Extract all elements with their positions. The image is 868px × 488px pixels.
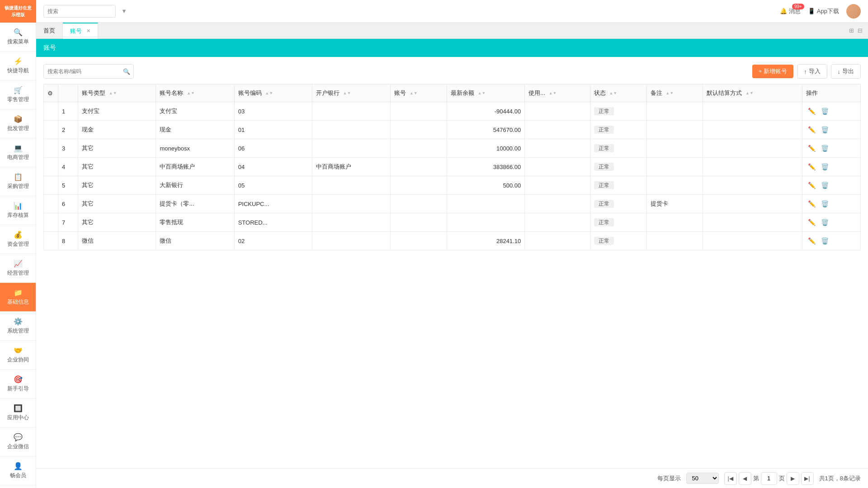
cell-code: STORED... [234, 213, 312, 232]
cell-usage [525, 232, 590, 250]
sort-name-icon: ▲▼ [187, 91, 195, 95]
col-usage[interactable]: 使用... ▲▼ [525, 84, 590, 102]
page-size-select[interactable]: 50 100 200 [686, 473, 719, 484]
sidebar-item-finance-mgmt[interactable]: 💰 资金管理 [0, 225, 36, 254]
cell-status: 正常 [590, 121, 646, 139]
logo-line2: 乐橙版 [5, 12, 32, 18]
cell-notes [646, 213, 703, 232]
delete-button[interactable]: 🗑️ [819, 162, 830, 171]
col-balance[interactable]: 最新余额 ▲▼ [447, 84, 524, 102]
page-suffix: 页 [779, 474, 785, 483]
cell-usage [525, 176, 590, 195]
app-download-button[interactable]: 📱 App下载 [808, 7, 839, 15]
edit-button[interactable]: ✏️ [806, 107, 817, 116]
cell-balance: 383866.00 [447, 158, 524, 176]
search-input[interactable] [43, 64, 134, 79]
cell-balance [447, 213, 524, 232]
next-page-button[interactable]: ▶ [787, 472, 799, 485]
prev-page-button[interactable]: ◀ [739, 472, 751, 485]
page-number-input[interactable] [761, 472, 777, 485]
col-type[interactable]: 账号类型 ▲▼ [78, 84, 156, 102]
delete-button[interactable]: 🗑️ [819, 236, 830, 245]
table-row: 5 其它 大新银行 05 500.00 正常 ✏️ 🗑️ [44, 176, 861, 195]
sidebar-item-member[interactable]: 👤 畅会员 [0, 456, 36, 485]
app-center-icon: 🔲 [2, 404, 34, 413]
delete-button[interactable]: 🗑️ [819, 144, 830, 153]
sort-settle-icon: ▲▼ [745, 91, 754, 95]
delete-button[interactable]: 🗑️ [819, 181, 830, 190]
sidebar-item-search-menu[interactable]: 🔍 搜索菜单 [0, 23, 36, 52]
sidebar-item-new-guide[interactable]: 🎯 新手引导 [0, 370, 36, 399]
export-icon: ↓ [838, 68, 841, 75]
cell-index: 1 [58, 102, 78, 121]
last-page-button[interactable]: ▶| [801, 472, 814, 485]
cell-default-settle [703, 102, 802, 121]
table-header-row: ⚙ 账号类型 ▲▼ 账号名称 ▲▼ 账号编码 ▲▼ [44, 84, 861, 102]
sidebar-item-ecommerce-mgmt[interactable]: 💻 电商管理 [0, 138, 36, 167]
export-button[interactable]: ↓ 导出 [831, 64, 861, 79]
add-account-button[interactable]: + 新增账号 [752, 65, 793, 78]
import-button[interactable]: ↑ 导入 [797, 64, 827, 79]
tab-account[interactable]: 账号 ✕ [63, 23, 98, 39]
tab-expand-area: ⊞ ⊟ [840, 27, 868, 34]
wholesale-icon: 📦 [2, 115, 34, 123]
delete-button[interactable]: 🗑️ [819, 125, 830, 134]
delete-button[interactable]: 🗑️ [819, 199, 830, 208]
top-search-input[interactable] [43, 5, 116, 18]
col-status[interactable]: 状态 ▲▼ [590, 84, 646, 102]
search-icon[interactable]: 🔍 [123, 68, 130, 75]
edit-button[interactable]: ✏️ [806, 144, 817, 153]
expand-icon[interactable]: ⊞ [849, 27, 854, 34]
col-name[interactable]: 账号名称 ▲▼ [156, 84, 234, 102]
sidebar-item-inventory[interactable]: 📊 库存核算 [0, 196, 36, 225]
header-right: 🔔 消息 99+ 📱 App下载 [780, 4, 861, 19]
message-button[interactable]: 🔔 消息 99+ [780, 7, 801, 15]
cell-type: 其它 [78, 176, 156, 195]
tab-close-icon[interactable]: ✕ [86, 28, 90, 34]
col-code[interactable]: 账号编码 ▲▼ [234, 84, 312, 102]
sidebar-item-app-center[interactable]: 🔲 应用中心 [0, 399, 36, 427]
edit-button[interactable]: ✏️ [806, 236, 817, 245]
sidebar-item-label-inventory: 库存核算 [2, 211, 34, 219]
cell-default-settle [703, 232, 802, 250]
quick-nav-icon: ⚡ [2, 57, 34, 66]
sort-status-icon: ▲▼ [609, 91, 617, 95]
edit-button[interactable]: ✏️ [806, 125, 817, 134]
sidebar-item-sys-mgmt[interactable]: ⚙️ 系统管理 [0, 312, 36, 341]
cell-account [391, 102, 447, 121]
sidebar-item-enterprise-wechat[interactable]: 💬 企业微信 [0, 427, 36, 456]
delete-button[interactable]: 🗑️ [819, 218, 830, 227]
sidebar-item-enterprise-agmt[interactable]: 🤝 企业协同 [0, 341, 36, 370]
col-bank[interactable]: 开户银行 ▲▼ [312, 84, 390, 102]
first-page-button[interactable]: |◀ [724, 472, 737, 485]
cell-status: 正常 [590, 139, 646, 158]
new-guide-icon: 🎯 [2, 375, 34, 384]
cell-default-settle [703, 121, 802, 139]
settings-icon[interactable]: ⚙ [47, 90, 53, 97]
sidebar-item-quick-nav[interactable]: ⚡ 快捷导航 [0, 52, 36, 80]
sidebar-item-retail-mgmt[interactable]: 🛒 零售管理 [0, 80, 36, 109]
download-icon: 📱 [808, 8, 815, 14]
cell-bank [312, 176, 390, 195]
sidebar: 畅捷通好生意 乐橙版 🔍 搜索菜单 ⚡ 快捷导航 🛒 零售管理 📦 批发管理 💻… [0, 0, 36, 488]
sidebar-item-ops-mgmt[interactable]: 📈 经营管理 [0, 254, 36, 283]
edit-button[interactable]: ✏️ [806, 199, 817, 208]
edit-button[interactable]: ✏️ [806, 218, 817, 227]
sidebar-item-label-enterprise-agmt: 企业协同 [2, 356, 34, 364]
col-account[interactable]: 账号 ▲▼ [391, 84, 447, 102]
cell-settings [44, 195, 58, 213]
edit-button[interactable]: ✏️ [806, 181, 817, 190]
shrink-icon[interactable]: ⊟ [858, 27, 863, 34]
sidebar-item-purchase-mgmt[interactable]: 📋 采购管理 [0, 167, 36, 196]
col-default-settle[interactable]: 默认结算方式 ▲▼ [703, 84, 802, 102]
tab-home[interactable]: 首页 [36, 23, 63, 39]
col-notes[interactable]: 备注 ▲▼ [646, 84, 703, 102]
delete-button[interactable]: 🗑️ [819, 107, 830, 116]
app-download-label: App下载 [817, 7, 839, 15]
sidebar-item-wholesale-mgmt[interactable]: 📦 批发管理 [0, 109, 36, 138]
avatar[interactable] [846, 4, 861, 19]
cell-index: 6 [58, 195, 78, 213]
retail-icon: 🛒 [2, 86, 34, 94]
sidebar-item-basic-info[interactable]: 📁 基础信息 [0, 283, 36, 312]
edit-button[interactable]: ✏️ [806, 162, 817, 171]
